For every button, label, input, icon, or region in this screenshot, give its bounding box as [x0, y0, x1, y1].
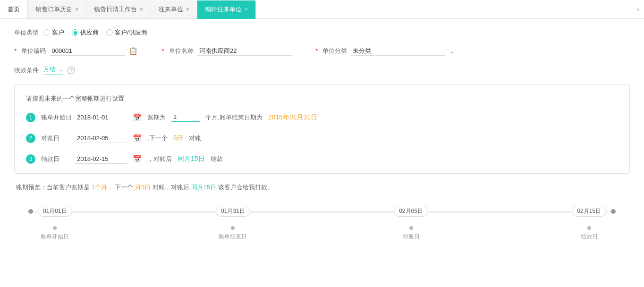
preview-payment-highlight: 同月15日 [191, 184, 216, 191]
period-label-1: 账单开始日 [41, 113, 69, 122]
period-start-date-input[interactable] [75, 113, 127, 122]
period-num-2: 2 [26, 134, 35, 143]
timeline-dot-2 [231, 226, 235, 230]
unit-type-radio-group: 客户 供应商 客户/供应商 [43, 28, 147, 37]
code-name-category-row: * 单位编码 📋 * 单位名称 * 单位分类 ⌄ [14, 46, 630, 56]
timeline-point-3: 02月05日 对账日 [394, 206, 428, 241]
tab-expand-btn[interactable]: › [632, 0, 644, 18]
preview-reconcile-highlight: 月5日 [135, 184, 151, 191]
radio-both-circle [106, 29, 113, 36]
timeline-dot-4 [587, 226, 591, 230]
tab-sales-history-label: 销售订单历史 [35, 5, 72, 14]
timeline-end-dot [611, 209, 616, 214]
preview-label: 账期预览：当前客户账期是 [16, 184, 90, 191]
period-text-2a: ,下一个 [147, 134, 168, 143]
radio-both-label: 客户/供应商 [115, 28, 147, 37]
tab-partner-close[interactable]: × [186, 6, 189, 13]
period-num-1: 1 [26, 113, 35, 122]
period-months-input[interactable] [171, 112, 200, 122]
tab-sales-history-close[interactable]: × [75, 6, 78, 13]
code-input[interactable] [50, 46, 125, 56]
period-row-2: 2 对账日 📅 ,下一个 5日 对账 [26, 134, 618, 143]
preview-reconcile-suffix: 对账，对账后 [153, 184, 189, 191]
payment-row: 收款条件 月结 ⌄ ? [14, 65, 630, 75]
radio-customer-circle [43, 29, 50, 36]
timeline-wrapper: 01月01日 账单开始日 01月31日 账单结束日 02月05日 对账日 [19, 201, 625, 241]
category-field-group: * 单位分类 ⌄ [315, 46, 455, 56]
period-row-3: 3 结款日 📅 ，对账后 同月15日 结款 [26, 154, 618, 164]
timeline-badge-1: 01月01日 [38, 206, 72, 217]
code-label: 单位编码 [21, 47, 46, 55]
timeline-badge-3: 02月05日 [394, 206, 428, 217]
period-text-3a: ，对账后 [147, 155, 172, 163]
timeline-point-2: 01月31日 账单结束日 [216, 206, 250, 241]
category-dropdown-icon[interactable]: ⌄ [449, 47, 455, 55]
timeline-vline-4 [589, 219, 589, 226]
category-required-star: * [315, 47, 318, 55]
timeline-vline-3 [411, 219, 411, 226]
code-required-star: * [14, 47, 17, 55]
period-text-1b: 个月,账单结束日期为 [205, 113, 263, 122]
timeline-vline-1 [55, 219, 55, 226]
period-start-calendar-icon[interactable]: 📅 [133, 113, 142, 122]
radio-supplier[interactable]: 供应商 [72, 28, 99, 37]
radio-customer[interactable]: 客户 [43, 28, 64, 37]
radio-supplier-label: 供应商 [80, 28, 99, 37]
period-reconcile-calendar-icon[interactable]: 📅 [133, 134, 142, 143]
tab-edit-partner-close[interactable]: × [245, 6, 248, 13]
period-label-2: 对账日 [41, 134, 69, 143]
tab-cash-work[interactable]: 钱货日清工作台 × [86, 0, 151, 19]
category-input[interactable] [351, 46, 445, 56]
timeline-sub-2: 账单结束日 [219, 233, 247, 241]
name-field-group: * 单位名称 [161, 46, 291, 56]
period-payment-highlight: 同月15日 [178, 155, 205, 163]
tab-edit-partner[interactable]: 编辑往来单位 × [197, 0, 256, 19]
preview-row: 账期预览：当前客户账期是 1个月， 下一个 月5日 对账，对账后 同月15日 该… [14, 183, 630, 192]
tab-home[interactable]: 首页 [0, 0, 28, 19]
name-label: 单位名称 [169, 47, 194, 55]
tab-edit-partner-label: 编辑往来单位 [205, 5, 242, 14]
timeline-vline-2 [233, 219, 233, 226]
period-reconcile-highlight: 5日 [173, 134, 184, 143]
radio-supplier-circle [72, 29, 78, 36]
timeline-dot-3 [409, 226, 413, 230]
timeline-point-1: 01月01日 账单开始日 [38, 206, 72, 241]
unit-type-label: 单位类型 [14, 28, 39, 37]
timeline-sub-3: 对账日 [403, 233, 420, 241]
unit-type-row: 单位类型 客户 供应商 客户/供应商 [14, 28, 630, 37]
timeline-badge-2: 01月31日 [216, 206, 250, 217]
period-text-3b: 结款 [211, 155, 223, 163]
tab-cash-work-close[interactable]: × [140, 6, 143, 13]
tab-cash-work-label: 钱货日清工作台 [94, 5, 137, 14]
payment-select-wrapper[interactable]: 月结 ⌄ [43, 65, 63, 75]
period-text-1a: 账期为 [147, 113, 166, 122]
timeline-point-4: 02月15日 结款日 [572, 206, 606, 241]
tab-bar: 首页 销售订单历史 × 钱货日清工作台 × 往来单位 × 编辑往来单位 × › [0, 0, 644, 19]
timeline-sub-1: 账单开始日 [41, 233, 69, 241]
code-copy-icon[interactable]: 📋 [129, 47, 138, 55]
name-input[interactable] [197, 46, 292, 56]
period-label-3: 结款日 [41, 155, 69, 163]
timeline-start-dot [28, 209, 33, 214]
timeline-sub-4: 结款日 [581, 233, 598, 241]
period-payment-calendar-icon[interactable]: 📅 [133, 155, 142, 163]
content-area: 单位类型 客户 供应商 客户/供应商 * 单位编码 📋 * 单位名称 [0, 19, 644, 287]
section-title: 请按照未来的一个完整帐期进行设置 [26, 94, 618, 103]
period-row-1: 1 账单开始日 📅 账期为 个月,账单结束日期为 2018年01月31日 [26, 112, 618, 122]
payment-select-arrow: ⌄ [59, 67, 63, 73]
payment-label: 收款条件 [14, 66, 39, 75]
period-text-2b: 对账 [189, 134, 201, 143]
radio-customer-label: 客户 [52, 28, 64, 37]
preview-payment-suffix: 该客户会给我打款。 [218, 184, 273, 191]
timeline-badge-4: 02月15日 [572, 206, 606, 217]
preview-middle: 下一个 [115, 184, 133, 191]
tab-sales-history[interactable]: 销售订单历史 × [28, 0, 86, 19]
name-required-star: * [161, 47, 164, 55]
radio-both[interactable]: 客户/供应商 [106, 28, 147, 37]
period-payment-date-input[interactable] [75, 154, 127, 164]
category-label: 单位分类 [322, 47, 347, 55]
payment-help-icon[interactable]: ? [68, 67, 75, 74]
timeline-container: 01月01日 账单开始日 01月31日 账单结束日 02月05日 对账日 [19, 201, 625, 241]
period-reconcile-date-input[interactable] [75, 134, 127, 143]
tab-partner[interactable]: 往来单位 × [151, 0, 197, 19]
